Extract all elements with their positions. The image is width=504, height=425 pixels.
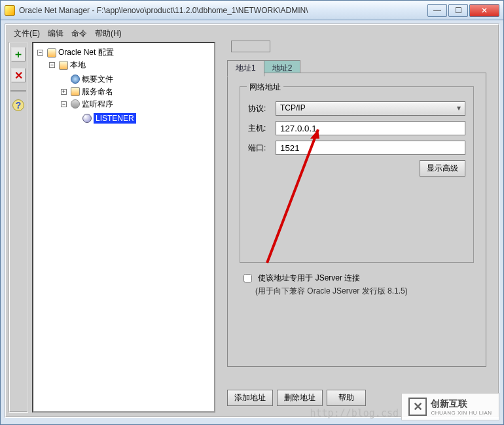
tree-label-profile: 概要文件: [82, 74, 113, 85]
brand-text: 创新互联: [431, 398, 467, 409]
tree-label-local: 本地: [70, 60, 86, 71]
globe-icon: [71, 75, 80, 84]
maximize-button[interactable]: ☐: [448, 4, 468, 17]
bottom-button-bar: 添加地址 删除地址 帮助: [227, 390, 366, 406]
tree-node-listener1[interactable]: LISTENER: [73, 113, 136, 124]
show-advanced-button[interactable]: 显示高级: [420, 160, 465, 177]
side-toolbar: ＋ ✕ ?: [9, 42, 28, 413]
collapse-icon[interactable]: −: [37, 50, 43, 56]
app-icon: [5, 5, 15, 16]
tree-node-profile[interactable]: 概要文件: [61, 74, 113, 85]
jserver-checkbox[interactable]: [243, 274, 252, 282]
port-label: 端口:: [248, 143, 276, 154]
tree-label-root: Oracle Net 配置: [58, 47, 114, 58]
delete-address-button[interactable]: 删除地址: [277, 390, 323, 406]
collapse-icon[interactable]: −: [61, 101, 67, 107]
fieldset-legend: 网络地址: [247, 82, 283, 93]
menu-file[interactable]: 文件(E): [14, 28, 40, 39]
folder-icon: [71, 87, 80, 96]
cross-icon: ✕: [14, 69, 23, 82]
protocol-select[interactable]: TCP/IP: [276, 101, 465, 116]
close-button[interactable]: ✕: [469, 4, 499, 17]
config-icon: [47, 48, 56, 58]
menu-edit[interactable]: 编辑: [48, 28, 63, 39]
host-label: 主机:: [248, 123, 276, 134]
navigation-tree[interactable]: − Oracle Net 配置 − 本地: [32, 42, 215, 413]
tab-address1[interactable]: 地址1: [227, 60, 264, 76]
address-panel: 网络地址 协议: TCP/IP 主机: 端口:: [227, 73, 486, 367]
tree-label-service: 服务命名: [82, 86, 113, 97]
gear-icon: [71, 99, 80, 109]
plus-icon: ＋: [13, 48, 24, 61]
network-address-fieldset: 网络地址 协议: TCP/IP 主机: 端口:: [240, 86, 474, 263]
brand-watermark: ✕ 创新互联 CHUANG XIN HU LIAN: [401, 393, 499, 420]
detail-pane: 地址1 地址2 网络地址 协议: TCP/IP 主机:: [219, 42, 495, 413]
jserver-note: (用于向下兼容 Oracle JServer 发行版 8.1.5): [255, 286, 474, 297]
tree-node-listeners[interactable]: − 监听程序: [61, 99, 113, 110]
tree-node-local[interactable]: − 本地: [49, 60, 86, 71]
jserver-row: 使该地址专用于 JServer 连接 (用于向下兼容 Oracle JServe…: [240, 272, 474, 297]
port-input[interactable]: [276, 141, 465, 155]
client-area: 文件(E) 编辑 命令 帮助(H) ＋ ✕ ? −: [5, 24, 499, 418]
brand-icon: ✕: [408, 398, 427, 416]
minimize-button[interactable]: —: [427, 4, 447, 17]
menu-bar: 文件(E) 编辑 命令 帮助(H): [7, 26, 497, 41]
menu-command[interactable]: 命令: [71, 28, 87, 39]
menu-help[interactable]: 帮助(H): [95, 28, 122, 39]
question-icon: ?: [16, 100, 22, 110]
magnifier-icon: [82, 114, 92, 123]
url-watermark: http://blog.csd: [310, 407, 399, 419]
title-bar: Oracle Net Manager - F:\app\lenovo\produ…: [1, 1, 503, 20]
collapse-icon[interactable]: −: [49, 62, 55, 68]
delete-button[interactable]: ✕: [11, 68, 26, 82]
app-window: Oracle Net Manager - F:\app\lenovo\produ…: [0, 0, 504, 425]
host-input[interactable]: [276, 121, 465, 135]
tree-label-listener1: LISTENER: [94, 113, 136, 124]
folder-icon: [59, 61, 68, 70]
add-button[interactable]: ＋: [11, 47, 26, 61]
tree-node-root[interactable]: − Oracle Net 配置: [37, 47, 114, 58]
expand-icon[interactable]: +: [61, 89, 67, 95]
tree-node-service[interactable]: + 服务命名: [61, 86, 113, 97]
listener-type-selector[interactable]: [231, 41, 270, 52]
jserver-label: 使该地址专用于 JServer 连接: [258, 273, 360, 282]
window-title: Oracle Net Manager - F:\app\lenovo\produ…: [19, 6, 427, 15]
add-address-button[interactable]: 添加地址: [227, 390, 273, 406]
help-button-bottom[interactable]: 帮助: [327, 390, 366, 406]
protocol-label: 协议:: [248, 103, 276, 114]
tree-label-listeners: 监听程序: [82, 99, 113, 110]
toolbar-separator: [10, 90, 26, 92]
brand-subtext: CHUANG XIN HU LIAN: [431, 410, 492, 416]
help-button[interactable]: ?: [12, 99, 24, 111]
